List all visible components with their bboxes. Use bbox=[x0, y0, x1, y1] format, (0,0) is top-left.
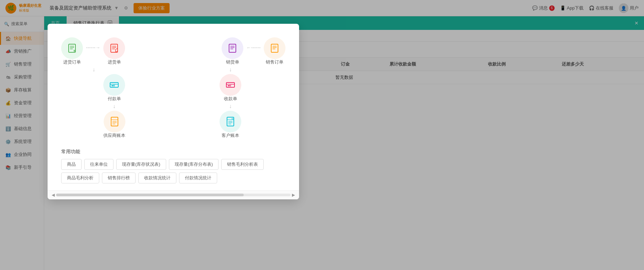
func-btn-payment-stats[interactable]: 付款情况统计 bbox=[179, 173, 217, 183]
svg-rect-28 bbox=[111, 117, 118, 126]
flow-diagram: 进货订单 ------→ 进货单 bbox=[61, 34, 285, 145]
svg-rect-16 bbox=[271, 44, 278, 52]
node-sales-slip[interactable]: 销货单 bbox=[222, 37, 243, 65]
func-btn-product-margin[interactable]: 商品毛利分析 bbox=[61, 173, 99, 183]
arrow-sales-order-to-slip: ←------ bbox=[243, 45, 264, 58]
common-functions: 常用功能 商品 往来单位 现存量(库存状况表) 现存量(库存分布表) 销售毛利分… bbox=[61, 149, 285, 183]
arrow-purchase-order-to-slip: ------→ bbox=[83, 45, 103, 58]
scrollbar-right-btn[interactable]: ▶ bbox=[292, 193, 295, 197]
modal-content: 进货订单 ------→ 进货单 bbox=[48, 24, 299, 190]
func-btn-stock-status[interactable]: 现存量(库存状况表) bbox=[116, 159, 166, 170]
common-functions-title: 常用功能 bbox=[61, 149, 285, 155]
node-purchase-order[interactable]: 进货订单 bbox=[61, 37, 83, 65]
svg-text:¥: ¥ bbox=[229, 84, 231, 87]
modal-box: 进货订单 ------→ 进货单 bbox=[48, 24, 299, 199]
node-receipt-slip[interactable]: ¥ 收款单 bbox=[220, 74, 241, 102]
svg-text:¥: ¥ bbox=[113, 84, 115, 87]
func-btn-receipt-stats[interactable]: 收款情况统计 bbox=[138, 173, 176, 183]
node-customer-ledger[interactable]: 客户账本 bbox=[220, 111, 241, 139]
modal-scrollbar: ◀ ▶ bbox=[48, 190, 299, 199]
svg-point-38 bbox=[231, 118, 233, 120]
modal-overlay[interactable]: 进货订单 ------→ 进货单 bbox=[0, 0, 644, 270]
scrollbar-track[interactable] bbox=[56, 194, 291, 196]
func-buttons: 商品 往来单位 现存量(库存状况表) 现存量(库存分布表) 销售毛利分析表 商品… bbox=[61, 159, 285, 183]
scrollbar-thumb bbox=[56, 194, 244, 196]
svg-rect-8 bbox=[111, 44, 118, 52]
node-sales-order[interactable]: 销售订单 bbox=[264, 37, 285, 65]
arrow-sales-slip-down: ↓ bbox=[220, 67, 241, 73]
func-btn-product[interactable]: 商品 bbox=[61, 159, 82, 170]
func-btn-stock-dist[interactable]: 现存量(库存分布表) bbox=[169, 159, 219, 170]
arrow-payment-down: ↓ bbox=[103, 103, 125, 109]
func-btn-sales-rank[interactable]: 销售排行榜 bbox=[102, 173, 136, 183]
node-purchase-slip[interactable]: 进货单 bbox=[103, 37, 125, 65]
scrollbar-left-btn[interactable]: ◀ bbox=[52, 193, 55, 197]
func-btn-sales-margin[interactable]: 销售毛利分析表 bbox=[221, 159, 264, 170]
arrow-receipt-down: ↓ bbox=[220, 103, 241, 109]
svg-rect-12 bbox=[229, 44, 236, 52]
node-supplier-ledger[interactable]: 供应商账本 bbox=[103, 111, 125, 139]
arrow-purchase-slip-down: ↓ bbox=[83, 67, 105, 73]
node-payment-slip[interactable]: ¥ 付款单 bbox=[103, 74, 125, 102]
func-btn-partner[interactable]: 往来单位 bbox=[84, 159, 114, 170]
